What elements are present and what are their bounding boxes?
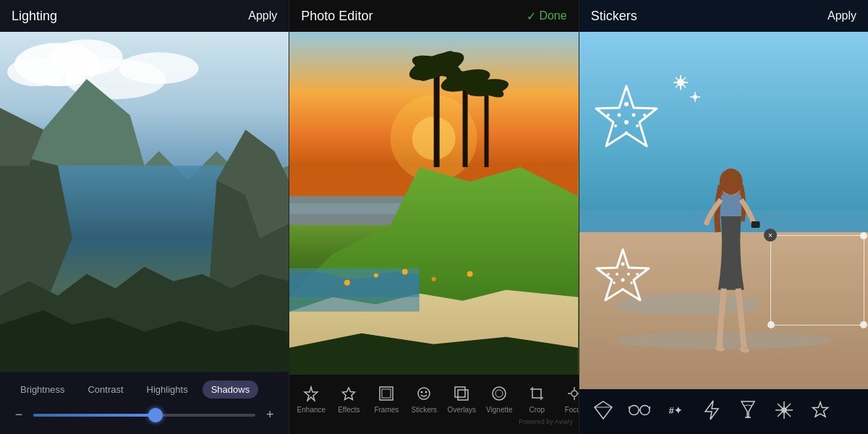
contrast-tab[interactable]: Contrast bbox=[79, 380, 132, 399]
photo-editor-done-button[interactable]: ✓ Done bbox=[527, 9, 566, 23]
svg-point-87 bbox=[607, 114, 610, 116]
enhance-icon bbox=[301, 383, 321, 404]
photo-editor-toolbar: Enhance Effects Frames Stickers bbox=[289, 375, 578, 434]
stickers-toolbar: #✦ bbox=[579, 389, 868, 434]
enhance-tool[interactable]: Enhance bbox=[292, 380, 330, 417]
svg-point-5 bbox=[119, 52, 199, 84]
cocktail-sticker[interactable] bbox=[730, 396, 766, 424]
svg-rect-46 bbox=[458, 390, 468, 400]
photo-editor-image bbox=[289, 32, 578, 375]
hashtag-icon: #✦ bbox=[665, 399, 686, 421]
stickers-panel: Stickers Apply bbox=[579, 0, 868, 434]
svg-point-48 bbox=[495, 390, 503, 397]
svg-point-88 bbox=[643, 114, 646, 116]
lightning-icon bbox=[701, 399, 723, 421]
svg-point-105 bbox=[607, 273, 610, 276]
stickers-apply-button[interactable]: Apply bbox=[827, 9, 856, 22]
slider-increase[interactable]: + bbox=[263, 407, 277, 422]
sparkle-sticker[interactable] bbox=[766, 396, 802, 424]
photo-editor-title: Photo Editor bbox=[301, 9, 373, 24]
svg-point-76 bbox=[719, 169, 742, 195]
brightness-tab[interactable]: Brightness bbox=[12, 380, 73, 399]
crop-tool[interactable]: Crop bbox=[518, 380, 556, 417]
lighting-header: Lighting Apply bbox=[0, 0, 289, 32]
slider-fill bbox=[33, 414, 156, 417]
svg-point-106 bbox=[636, 273, 639, 276]
effects-label: Effects bbox=[338, 406, 359, 414]
photo-editor-panel: Photo Editor ✓ Done bbox=[289, 0, 579, 434]
svg-rect-19 bbox=[434, 66, 440, 167]
selection-handle-bl[interactable] bbox=[767, 321, 775, 328]
svg-point-104 bbox=[621, 288, 624, 291]
svg-rect-78 bbox=[751, 221, 760, 228]
selection-handle-br[interactable] bbox=[860, 321, 867, 328]
overlays-icon bbox=[451, 383, 472, 404]
starfish-sticker[interactable] bbox=[802, 396, 838, 424]
diamond-sticker[interactable] bbox=[585, 396, 621, 424]
svg-point-84 bbox=[636, 124, 639, 127]
lighting-apply-button[interactable]: Apply bbox=[248, 9, 277, 22]
slider-decrease[interactable]: − bbox=[12, 407, 26, 422]
effects-icon bbox=[339, 383, 359, 404]
lightning-sticker[interactable] bbox=[694, 396, 730, 424]
slider-thumb[interactable] bbox=[148, 408, 163, 422]
svg-rect-41 bbox=[382, 389, 391, 398]
svg-point-83 bbox=[624, 120, 629, 124]
overlays-tool[interactable]: Overlays bbox=[443, 380, 480, 417]
svg-marker-115 bbox=[741, 401, 754, 417]
glasses-icon bbox=[629, 399, 650, 421]
vignette-icon bbox=[489, 383, 509, 404]
hashtag-sticker[interactable]: #✦ bbox=[658, 396, 694, 424]
svg-point-101 bbox=[621, 278, 624, 282]
vignette-label: Vignette bbox=[486, 406, 513, 414]
svg-point-109 bbox=[629, 405, 639, 414]
svg-rect-21 bbox=[485, 88, 489, 167]
frames-tool[interactable]: Frames bbox=[367, 380, 405, 417]
focus-tool[interactable]: Focus bbox=[556, 380, 578, 417]
svg-rect-20 bbox=[463, 80, 468, 167]
svg-point-35 bbox=[432, 277, 436, 281]
svg-marker-79 bbox=[596, 86, 657, 146]
highlights-tab[interactable]: Highlights bbox=[138, 380, 197, 399]
photo-editor-header: Photo Editor ✓ Done bbox=[289, 0, 578, 32]
effects-tool[interactable]: Effects bbox=[330, 380, 367, 417]
svg-point-99 bbox=[627, 273, 630, 276]
stickers-header: Stickers Apply bbox=[579, 0, 868, 32]
powered-by-label: Powered by Aviary bbox=[289, 417, 578, 425]
sparkle-icon bbox=[773, 399, 795, 421]
lighting-panel: Lighting Apply bbox=[0, 0, 289, 434]
glasses-sticker[interactable] bbox=[621, 396, 658, 424]
stickers-tool[interactable]: Stickers bbox=[405, 380, 443, 417]
svg-line-112 bbox=[629, 406, 629, 409]
svg-point-85 bbox=[614, 124, 617, 127]
vignette-tool[interactable]: Vignette bbox=[480, 380, 518, 417]
diamond-icon bbox=[592, 399, 614, 421]
svg-point-80 bbox=[624, 102, 629, 106]
sticker-close-button[interactable]: × bbox=[764, 229, 777, 242]
slider-track[interactable] bbox=[33, 414, 255, 417]
selection-handle-tr[interactable] bbox=[860, 232, 867, 239]
svg-point-36 bbox=[467, 271, 473, 277]
svg-marker-114 bbox=[705, 401, 718, 420]
svg-point-110 bbox=[640, 405, 650, 414]
svg-rect-77 bbox=[720, 195, 741, 220]
frames-icon bbox=[376, 383, 396, 404]
svg-point-49 bbox=[571, 391, 577, 396]
svg-point-82 bbox=[617, 114, 621, 117]
svg-point-102 bbox=[630, 281, 633, 284]
done-label: Done bbox=[539, 9, 566, 22]
svg-point-100 bbox=[616, 273, 618, 276]
svg-point-73 bbox=[616, 332, 832, 349]
svg-point-34 bbox=[402, 269, 408, 275]
svg-marker-97 bbox=[597, 250, 649, 300]
svg-point-44 bbox=[425, 391, 427, 393]
overlays-label: Overlays bbox=[448, 406, 476, 414]
shadows-tab[interactable]: Shadows bbox=[203, 380, 258, 399]
stickers-label: Stickers bbox=[412, 406, 438, 414]
adjustment-tabs: Brightness Contrast Highlights Shadows bbox=[12, 380, 277, 399]
svg-marker-107 bbox=[595, 401, 612, 419]
stickers-title: Stickers bbox=[591, 9, 637, 24]
sticker-selection-box: × bbox=[770, 235, 864, 326]
svg-marker-38 bbox=[305, 387, 318, 401]
svg-marker-122 bbox=[812, 402, 827, 417]
